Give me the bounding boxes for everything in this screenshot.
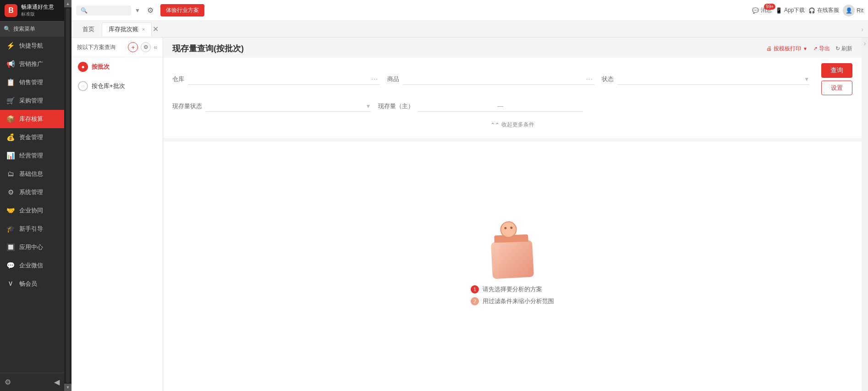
search-label: 搜索菜单 [13, 25, 35, 33]
tab-right-arrow[interactable]: › [861, 26, 863, 33]
app-download-btn[interactable]: 📱 App下载 [775, 6, 805, 14]
sidebar-item-basic[interactable]: 🗂 基础信息 [0, 165, 64, 183]
quantity-from-input[interactable] [418, 103, 494, 109]
online-service-label: 在线客服 [817, 6, 839, 14]
nav-label: 经营管理 [19, 152, 43, 160]
app-subtitle: 标准版 [21, 11, 54, 17]
query-btn[interactable]: 查询 [821, 63, 852, 78]
sidebar-search[interactable]: 🔍 搜索菜单 [0, 22, 64, 37]
sidebar-item-wechat[interactable]: 💬 企业微信 [0, 256, 64, 275]
plan-item-batch[interactable]: ● 按批次 [71, 57, 163, 76]
topbar-settings-btn[interactable]: ⚙ [144, 4, 157, 17]
product-more-btn[interactable]: ··· [584, 74, 594, 84]
right-panel: 现存量查询(按批次) 🖨 按模板打印 ▼ ↗ 导出 ↻ 刷新 [163, 38, 862, 391]
topbar-search[interactable]: 🔍 [76, 5, 131, 16]
collapse-label: 收起更多条件 [501, 121, 534, 129]
filter-area: 仓库 ··· 商品 ··· [163, 58, 862, 138]
print-label: 按模板打印 [774, 45, 801, 53]
experience-btn[interactable]: 体验行业方案 [160, 4, 204, 16]
plan-icon-batch: ● [78, 62, 88, 72]
status-chevron-icon: ▼ [804, 76, 809, 82]
nav-label: 营销推广 [19, 60, 43, 68]
add-plan-btn[interactable]: + [128, 42, 138, 52]
sidebar-item-sales[interactable]: 📋 销售管理 [0, 73, 64, 92]
sidebar-item-member[interactable]: V 畅会员 [0, 275, 64, 293]
tab-home[interactable]: 首页 [76, 23, 101, 36]
sidebar-item-finance[interactable]: 💰 资金管理 [0, 128, 64, 147]
print-btn[interactable]: 🖨 按模板打印 ▼ [766, 45, 808, 53]
scroll-down-btn[interactable]: ▼ [64, 384, 71, 391]
chevron-up-icon: ⌃⌃ [490, 122, 500, 128]
plan-item-warehouse-batch[interactable]: ○ 按仓库+批次 [71, 76, 163, 96]
product-input[interactable] [403, 74, 584, 84]
plan-settings-btn[interactable]: ⚙ [141, 42, 151, 52]
sidebar-item-newcomer[interactable]: 🎓 新手引导 [0, 220, 64, 238]
warehouse-input[interactable] [188, 74, 369, 84]
sidebar-item-purchase[interactable]: 🛒 采购管理 [0, 92, 64, 110]
refresh-icon: ↻ [835, 45, 840, 52]
sidebar-header: B 畅康通好生意 标准版 [0, 0, 64, 22]
finance-icon: 💰 [6, 133, 15, 141]
warehouse-filter: 仓库 ··· [172, 74, 380, 85]
scroll-up-btn[interactable]: ▲ [64, 0, 71, 7]
sidebar-item-inventory[interactable]: 📦 库存核算 [0, 110, 64, 128]
stock-status-select[interactable]: ▼ [206, 101, 371, 112]
refresh-btn[interactable]: ↻ 刷新 [835, 45, 852, 53]
export-btn[interactable]: ↗ 导出 [813, 45, 830, 53]
panel-close-btn[interactable]: ✕ [153, 25, 159, 33]
basic-icon: 🗂 [6, 170, 15, 178]
tip-text-2: 用过滤条件来缩小分析范围 [483, 297, 554, 305]
collapse-sidebar-icon[interactable]: ◀ [54, 378, 60, 386]
online-service-btn[interactable]: 🎧 在线客服 [808, 6, 839, 14]
collapse-left-panel-btn[interactable]: « [154, 43, 157, 51]
messages-btn[interactable]: 💬 消息 99+ [752, 6, 772, 14]
status-label: 状态 [602, 75, 614, 83]
topbar: 🔍 ▼ ⚙ 体验行业方案 💬 消息 99+ 📱 App下载 🎧 在线客服 👤 R… [71, 0, 868, 21]
nav-label: 系统管理 [19, 188, 43, 196]
quantity-to-input[interactable] [506, 103, 583, 109]
page-title: 现存量查询(按批次) [172, 43, 244, 54]
settings-btn[interactable]: 设置 [821, 81, 852, 95]
purchase-icon: 🛒 [6, 97, 15, 105]
sidebar-item-quick-nav[interactable]: ⚡ 快捷导航 [0, 37, 64, 55]
sidebar-item-appstore[interactable]: 🔲 应用中心 [0, 238, 64, 256]
warehouse-input-wrapper: ··· [188, 74, 380, 85]
filter-row-2: 现存量状态 ▼ 现存量（主） — [172, 101, 852, 112]
left-panel-actions: + ⚙ « [128, 42, 157, 52]
sidebar-item-operations[interactable]: 📊 经营管理 [0, 147, 64, 165]
tip-text-1: 请先选择要分析的方案 [483, 285, 542, 293]
sidebar-item-marketing[interactable]: 📢 营销推广 [0, 55, 64, 73]
product-input-wrapper: ··· [403, 74, 595, 85]
illustration-box [491, 240, 534, 279]
stock-status-chevron-icon: ▼ [365, 103, 371, 109]
content-area: 按以下方案查询 + ⚙ « ● 按批次 ○ [71, 38, 868, 391]
warehouse-more-btn[interactable]: ··· [369, 74, 380, 84]
refresh-label: 刷新 [841, 45, 852, 53]
stock-quantity-filter: 现存量（主） — [378, 101, 577, 112]
scroll-right-arrow[interactable]: › [862, 38, 868, 49]
sidebar-item-system[interactable]: ⚙ 系统管理 [0, 183, 64, 201]
print-dropdown-icon: ▼ [803, 46, 808, 51]
tab-inventory[interactable]: 库存批次账 × [102, 22, 152, 36]
topbar-dropdown-icon[interactable]: ▼ [135, 7, 140, 14]
tab-bar: 首页 库存批次账 × ✕ › [71, 21, 868, 38]
enterprise-icon: 🤝 [6, 206, 15, 215]
status-select[interactable]: ▼ [617, 74, 809, 85]
sidebar-scrollbar: ▲ ▼ [64, 0, 71, 391]
left-panel-header: 按以下方案查询 + ⚙ « [71, 38, 163, 57]
nav-label: 新手引导 [19, 225, 43, 233]
sidebar-item-enterprise[interactable]: 🤝 企业协同 [0, 201, 64, 220]
search-icon: 🔍 [4, 26, 11, 32]
settings-icon[interactable]: ⚙ [5, 378, 11, 386]
product-label: 商品 [387, 75, 399, 83]
member-icon: V [6, 280, 15, 288]
left-panel-title: 按以下方案查询 [77, 43, 115, 51]
close-tab-icon[interactable]: × [142, 27, 145, 32]
user-name: Rit [857, 7, 863, 14]
collapse-more-btn[interactable]: ⌃⌃ 收起更多条件 [172, 117, 852, 132]
plan-icon-warehouse-batch: ○ [78, 81, 88, 91]
newcomer-icon: 🎓 [6, 225, 15, 233]
export-label: 导出 [819, 45, 830, 53]
user-profile[interactable]: 👤 Rit [843, 5, 863, 16]
sidebar-footer: ⚙ ◀ [0, 373, 64, 391]
